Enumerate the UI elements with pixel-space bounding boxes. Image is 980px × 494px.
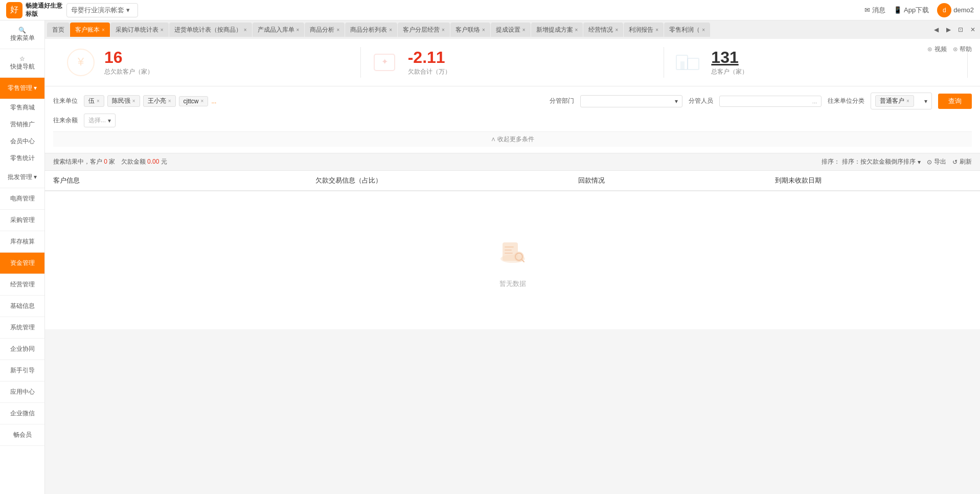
sidebar-item-retail-mall[interactable]: 零售商城 bbox=[0, 99, 44, 116]
stat-label-customers: 总欠款客户（家） bbox=[104, 68, 153, 76]
query-button[interactable]: 查询 bbox=[938, 94, 972, 109]
filter-tag-close-wang[interactable]: × bbox=[168, 98, 171, 104]
sidebar-item-retail-stats[interactable]: 零售统计 bbox=[0, 150, 44, 167]
tab-scroll-left[interactable]: ◀ bbox=[931, 25, 941, 35]
tab-goods-analysis-list[interactable]: 商品分析列表 × bbox=[345, 23, 397, 37]
results-info: 搜索结果中，客户 0 家 欠款金额 0.00 元 bbox=[53, 158, 167, 166]
stat-info-2: -2.11 欠款合计（万） bbox=[408, 49, 451, 76]
filter-tag-close-wu[interactable]: × bbox=[97, 98, 100, 104]
tab-close-customer-ledger[interactable]: × bbox=[102, 27, 105, 33]
tab-close-12[interactable]: × bbox=[655, 27, 658, 33]
filter-person-clear[interactable]: ... bbox=[812, 98, 817, 104]
tab-goods-analysis[interactable]: 商品分析 × bbox=[305, 23, 345, 37]
user-avatar[interactable]: d demo2 bbox=[937, 3, 974, 17]
filter-tags-unit-class: 普通客户 × bbox=[875, 95, 922, 107]
sidebar-item-basic-info[interactable]: 基础信息 bbox=[0, 296, 44, 317]
table-header-due-date: 到期未收款日期 bbox=[775, 176, 972, 185]
filter-more-btn[interactable]: ... bbox=[211, 98, 216, 105]
tab-close-7[interactable]: × bbox=[442, 27, 445, 33]
stat-value-debt: -2.11 bbox=[408, 49, 451, 65]
filter-dept-select[interactable]: ▾ bbox=[580, 95, 682, 107]
svg-rect-11 bbox=[505, 253, 513, 254]
sidebar-item-wholesale[interactable]: 批发管理 ▾ bbox=[0, 167, 44, 188]
video-btn[interactable]: ⊙ 视频 bbox=[927, 45, 946, 54]
filter-tag-close-normal[interactable]: × bbox=[906, 98, 909, 104]
tab-close-6[interactable]: × bbox=[389, 27, 392, 33]
refresh-icon: ↺ bbox=[952, 159, 958, 166]
tab-close-2[interactable]: × bbox=[161, 27, 164, 33]
sidebar-item-marketing[interactable]: 营销推广 bbox=[0, 116, 44, 133]
message-btn[interactable]: ✉ 消息 bbox=[864, 6, 885, 15]
tab-customer-contact[interactable]: 客户联络 × bbox=[450, 23, 490, 37]
tab-goods-stats[interactable]: 进货单统计表（按商品） × bbox=[169, 23, 252, 37]
tab-close-all[interactable]: ✕ bbox=[968, 25, 978, 35]
mobile-icon: 📱 bbox=[894, 6, 902, 14]
sidebar-item-retail[interactable]: 零售管理 ▾ bbox=[0, 78, 44, 99]
results-actions: 排序： 排序：按欠款金额倒序排序 ▾ ⊙ 导出 ↺ 刷新 bbox=[822, 158, 972, 166]
tab-finished-goods[interactable]: 产成品入库单 × bbox=[253, 23, 305, 37]
sidebar-quick-nav[interactable]: ☆ 快捷导航 bbox=[0, 49, 44, 78]
filter-unit-class-label: 往来单位分类 bbox=[828, 97, 864, 105]
sidebar-item-enterprise[interactable]: 企业协同 bbox=[0, 339, 44, 360]
filter-area: 往来单位 伍 × 陈民强 × 王小亮 × bbox=[45, 86, 980, 153]
tab-close-8[interactable]: × bbox=[482, 27, 485, 33]
sidebar-item-member[interactable]: 会员中心 bbox=[0, 133, 44, 150]
logo-text: 畅捷通好生意 标版 bbox=[26, 2, 62, 18]
tab-close-13[interactable]: × bbox=[702, 27, 705, 33]
sidebar-item-guide[interactable]: 新手引导 bbox=[0, 360, 44, 381]
chevron-icon: ▾ bbox=[34, 84, 37, 92]
tab-customer-ledger[interactable]: 客户账本 × bbox=[70, 23, 110, 37]
tab-close-4[interactable]: × bbox=[297, 27, 300, 33]
filter-person-select[interactable]: ... bbox=[719, 96, 822, 107]
sidebar-item-inventory[interactable]: 库存核算 bbox=[0, 231, 44, 253]
refresh-btn[interactable]: ↺ 刷新 bbox=[952, 158, 972, 166]
sidebar-item-system[interactable]: 系统管理 bbox=[0, 317, 44, 339]
filter-unit-class-select[interactable]: 普通客户 × ▾ bbox=[871, 93, 932, 109]
tab-add-commission[interactable]: 新增提成方案 × bbox=[531, 23, 583, 37]
tab-profit-report[interactable]: 利润报告 × bbox=[624, 23, 664, 37]
debt-icon: ✦ bbox=[369, 47, 400, 78]
export-btn[interactable]: ⊙ 导出 bbox=[927, 158, 946, 166]
tab-commission-settings[interactable]: 提成设置 × bbox=[491, 23, 531, 37]
sort-select[interactable]: 排序： 排序：按欠款金额倒序排序 ▾ bbox=[822, 158, 921, 166]
filter-balance-label: 往来余额 bbox=[53, 116, 78, 125]
tab-bar: 首页 客户账本 × 采购订单统计表 × 进货单统计表（按商品） × 产成品入库单… bbox=[45, 20, 980, 39]
help-btn[interactable]: ⊙ 帮助 bbox=[953, 45, 972, 54]
tab-close-11[interactable]: × bbox=[615, 27, 618, 33]
filter-tag-wu: 伍 × bbox=[84, 95, 104, 107]
tab-close-10[interactable]: × bbox=[575, 27, 578, 33]
table-header-debt-info: 欠款交易信息（占比） bbox=[315, 176, 578, 185]
tab-close-5[interactable]: × bbox=[336, 27, 339, 33]
chevron-up-icon: ∧ bbox=[491, 136, 496, 143]
chevron-icon-wholesale: ▾ bbox=[34, 173, 37, 181]
total-customers-icon bbox=[672, 47, 703, 78]
sidebar-item-ecommerce[interactable]: 电商管理 bbox=[0, 188, 44, 210]
tab-operations[interactable]: 经营情况 × bbox=[583, 23, 623, 37]
chevron-down-icon-sort: ▾ bbox=[918, 159, 921, 166]
logo-area: 好 畅捷通好生意 标版 bbox=[6, 2, 62, 18]
sidebar: 🔍 搜索菜单 ☆ 快捷导航 零售管理 ▾ 零售商城 营销推广 会员中心 零售统计… bbox=[0, 20, 45, 494]
sidebar-item-appcenter[interactable]: 应用中心 bbox=[0, 381, 44, 403]
sidebar-item-operations[interactable]: 经营管理 bbox=[0, 274, 44, 296]
app-download-btn[interactable]: 📱 App下载 bbox=[894, 6, 929, 15]
sidebar-item-purchase[interactable]: 采购管理 bbox=[0, 210, 44, 231]
tab-close-3[interactable]: × bbox=[244, 27, 247, 33]
filter-tag-close-chen[interactable]: × bbox=[132, 98, 135, 104]
tab-customer-stratify[interactable]: 客户分层经营 × bbox=[398, 23, 450, 37]
tab-home[interactable]: 首页 bbox=[47, 23, 70, 37]
filter-balance-select[interactable]: 选择... ▾ bbox=[84, 114, 116, 127]
filter-tag-close-cjttcw[interactable]: × bbox=[201, 98, 204, 104]
tab-retail-profit[interactable]: 零售利润（ × bbox=[664, 23, 710, 37]
sidebar-search[interactable]: 🔍 搜索菜单 bbox=[0, 20, 44, 49]
tab-expand[interactable]: ⊡ bbox=[955, 25, 966, 35]
svg-rect-6 bbox=[680, 61, 685, 70]
table-header-payment: 回款情况 bbox=[578, 176, 775, 185]
sidebar-item-vip[interactable]: 畅会员 bbox=[0, 424, 44, 446]
tab-purchase-order-stats[interactable]: 采购订单统计表 × bbox=[110, 23, 169, 37]
tab-scroll-right[interactable]: ▶ bbox=[943, 25, 953, 35]
sidebar-item-wechat[interactable]: 企业微信 bbox=[0, 403, 44, 424]
store-selector[interactable]: 母婴行业演示帐套 ▾ bbox=[66, 3, 138, 17]
collapse-row[interactable]: ∧ 收起更多条件 bbox=[53, 131, 972, 147]
tab-close-9[interactable]: × bbox=[522, 27, 526, 33]
sidebar-item-finance[interactable]: 资金管理 bbox=[0, 253, 44, 274]
